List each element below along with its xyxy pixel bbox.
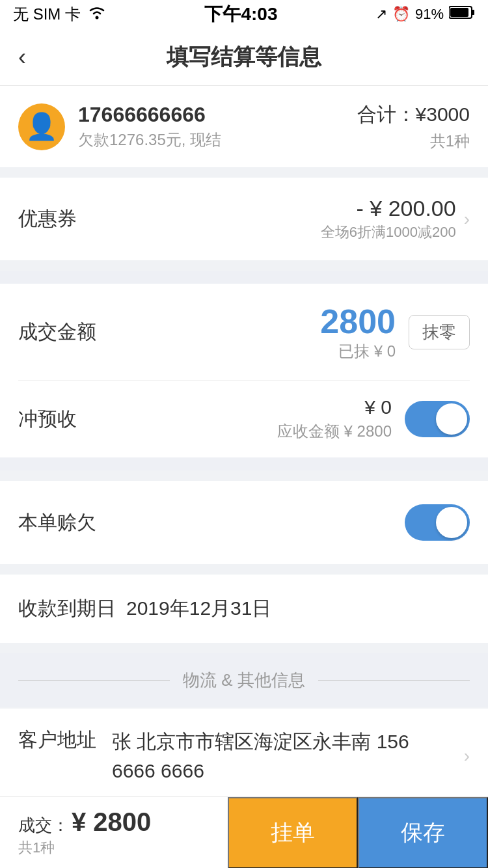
nav-bar: ‹ 填写结算等信息 [0, 29, 488, 86]
page-title: 填写结算等信息 [167, 42, 321, 72]
logistics-divider: 物流 & 其他信息 [0, 653, 488, 707]
sim-text: 无 SIM 卡 [13, 4, 81, 25]
wifi-icon [87, 5, 107, 23]
writeoff-label: 本单赊欠 [18, 509, 96, 536]
erased-amount: 已抹 ¥ 0 [320, 341, 396, 362]
footer-deal-label: 成交： [18, 814, 69, 837]
duedate-section: 收款到期日 2019年12月31日 [0, 575, 488, 643]
divider-1 [0, 271, 488, 284]
receivable-amount: 应收金额 ¥ 2800 [277, 421, 392, 442]
customer-left: 👤 17666666666 欠款1276.35元, 现结 [18, 103, 221, 150]
logistics-line-right [318, 680, 470, 681]
svg-point-0 [96, 16, 99, 20]
writeoff-row: 本单赊欠 [18, 481, 470, 564]
toggle-knob [436, 403, 467, 435]
writeoff-toggle[interactable] [405, 504, 470, 541]
pending-button[interactable]: 挂单 [228, 797, 358, 869]
battery-icon [449, 5, 475, 23]
address-row: 客户地址 张 北京市市辖区海淀区永丰南 156 6666 6666 › [18, 727, 470, 785]
amount-section: 成交金额 2800 已抹 ¥ 0 抹零 冲预收 ¥ 0 应收金额 ¥ 2800 [0, 284, 488, 457]
coupon-value-col: - ¥ 200.00 全场6折满1000减200 [321, 196, 456, 242]
svg-rect-3 [450, 8, 468, 17]
save-button[interactable]: 保存 [358, 797, 488, 869]
amount-right: 2800 已抹 ¥ 0 抹零 [320, 302, 470, 362]
customer-phone: 17666666666 [78, 103, 221, 127]
location-icon: ↗ [375, 6, 387, 23]
round-button[interactable]: 抹零 [409, 315, 470, 349]
coupon-row[interactable]: 优惠券 - ¥ 200.00 全场6折满1000减200 › [0, 178, 488, 260]
avatar-icon: 👤 [25, 111, 58, 142]
back-button[interactable]: ‹ [18, 44, 26, 71]
svg-rect-2 [472, 10, 474, 15]
prepay-right: ¥ 0 应收金额 ¥ 2800 [277, 396, 470, 442]
logistics-line-left [18, 680, 170, 681]
coupon-chevron-icon: › [464, 209, 470, 230]
writeoff-toggle-knob [436, 507, 467, 538]
address-chevron-icon: › [464, 746, 470, 766]
total-amount: 合计：¥3000 [357, 102, 470, 128]
customer-debt: 欠款1276.35元, 现结 [78, 129, 221, 150]
address-section[interactable]: 客户地址 张 北京市市辖区海淀区永丰南 156 6666 6666 › [0, 709, 488, 804]
status-bar: 无 SIM 卡 下午4:03 ↗ ⏰ 91% [0, 0, 488, 29]
customer-details: 17666666666 欠款1276.35元, 现结 [78, 103, 221, 150]
prepay-row: 冲预收 ¥ 0 应收金额 ¥ 2800 [18, 380, 470, 457]
prepay-amount: ¥ 0 [277, 396, 392, 418]
alarm-icon: ⏰ [392, 6, 410, 23]
duedate-row: 收款到期日 2019年12月31日 [18, 575, 470, 643]
prepay-toggle[interactable] [405, 401, 470, 437]
amount-value: 2800 [320, 302, 396, 341]
customer-info-section: 👤 17666666666 欠款1276.35元, 现结 合计：¥3000 共1… [0, 86, 488, 167]
status-left: 无 SIM 卡 [13, 4, 107, 25]
amount-label: 成交金额 [18, 319, 96, 346]
coupon-desc: 全场6折满1000减200 [321, 223, 456, 242]
coupon-label: 优惠券 [18, 206, 77, 232]
address-label: 客户地址 [18, 727, 96, 753]
footer: 成交： ¥ 2800 共1种 挂单 保存 [0, 796, 488, 868]
footer-info: 成交： ¥ 2800 共1种 [0, 807, 228, 858]
coupon-right: - ¥ 200.00 全场6折满1000减200 › [321, 196, 470, 242]
footer-amount: ¥ 2800 [72, 807, 151, 837]
amount-row: 成交金额 2800 已抹 ¥ 0 抹零 [18, 284, 470, 380]
prepay-label: 冲预收 [18, 406, 77, 433]
duedate-value: 2019年12月31日 [126, 595, 271, 622]
address-value: 张 北京市市辖区海淀区永丰南 156 6666 6666 [112, 727, 456, 785]
status-time: 下午4:03 [204, 2, 277, 27]
prepay-value-col: ¥ 0 应收金额 ¥ 2800 [277, 396, 392, 442]
logistics-label: 物流 & 其他信息 [170, 669, 318, 692]
footer-count: 共1种 [18, 838, 210, 858]
duedate-label: 收款到期日 [18, 595, 116, 622]
status-right: ↗ ⏰ 91% [375, 5, 475, 23]
avatar: 👤 [18, 103, 65, 150]
battery-text: 91% [415, 6, 444, 23]
amount-value-col: 2800 已抹 ¥ 0 [320, 302, 396, 362]
total-count: 共1种 [357, 131, 470, 152]
coupon-value: - ¥ 200.00 [321, 196, 456, 221]
footer-deal-row: 成交： ¥ 2800 [18, 807, 210, 837]
customer-total: 合计：¥3000 共1种 [357, 102, 470, 152]
writeoff-section: 本单赊欠 [0, 481, 488, 564]
divider-2 [0, 457, 488, 470]
